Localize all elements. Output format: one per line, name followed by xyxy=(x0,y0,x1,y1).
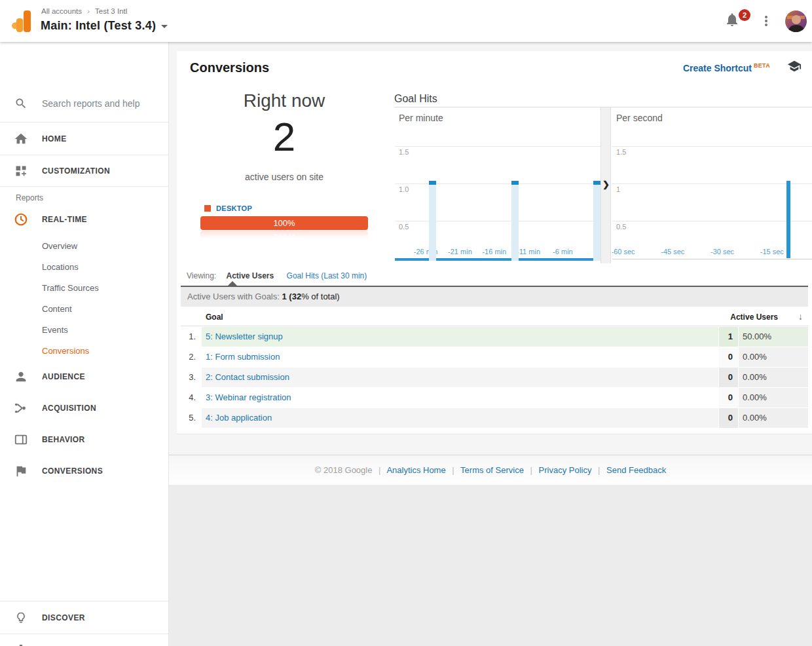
table-row[interactable]: 4. 3: Webinar registration 0 0.00% xyxy=(181,388,808,408)
chevron-right-icon[interactable]: ❯ xyxy=(602,180,610,189)
tab-active-users[interactable]: Active Users xyxy=(226,271,274,280)
search-input[interactable] xyxy=(42,98,153,109)
create-shortcut-button[interactable]: Create ShortcutBETA xyxy=(683,62,770,73)
active-users-cell: 0 xyxy=(718,388,738,408)
y-axis-tick: 0.5 xyxy=(616,223,626,231)
sidebar-item-label: ACQUISITION xyxy=(42,404,96,413)
goal-cell: 2: Contact submission xyxy=(202,368,718,387)
sidebar-item-real-time[interactable]: REAL-TIME xyxy=(0,212,169,227)
sidebar: HOME CUSTOMIZATION Reports REAL-TIME Ove… xyxy=(0,42,169,646)
table-row[interactable]: 3. 2: Contact submission 0 0.00% xyxy=(181,368,808,387)
sidebar-item-home[interactable]: HOME xyxy=(0,131,169,147)
sidebar-item-overview[interactable]: Overview xyxy=(42,241,77,251)
footer-separator: | xyxy=(530,465,532,475)
footer-link-privacy[interactable]: Privacy Policy xyxy=(539,465,592,475)
goal-cell: 5: Newsletter signup xyxy=(202,327,718,347)
gear-icon xyxy=(13,642,29,646)
column-header-goal[interactable]: Goal xyxy=(202,313,718,322)
sidebar-item-locations[interactable]: Locations xyxy=(42,262,79,272)
sidebar-item-audience[interactable]: AUDIENCE xyxy=(0,369,169,385)
clock-icon xyxy=(13,212,29,227)
reports-section-label: Reports xyxy=(16,193,43,202)
active-users-caption: active users on site xyxy=(200,172,368,182)
app-header: All accounts › Test 3 Intl Main: Intel (… xyxy=(0,0,812,42)
lower-background xyxy=(169,485,812,646)
notification-badge: 2 xyxy=(739,9,750,21)
per-second-chart: 1.510.5-60 sec-45 sec-30 sec-15 secPer s… xyxy=(612,107,812,263)
x-axis-tick: -15 sec xyxy=(760,248,784,256)
home-icon xyxy=(13,131,29,147)
desktop-legend-swatch xyxy=(204,205,211,212)
x-axis-tick: -11 min xyxy=(517,248,540,256)
row-index: 5. xyxy=(181,408,202,428)
page-footer: © 2018 Google | Analytics Home | Terms o… xyxy=(169,465,812,475)
footer-link-feedback[interactable]: Send Feedback xyxy=(606,465,666,475)
panel-footer-strip xyxy=(177,434,812,444)
sidebar-item-conversions-active[interactable]: Conversions xyxy=(42,346,89,356)
device-legend: DESKTOP xyxy=(200,202,368,211)
analytics-logo-icon[interactable] xyxy=(10,8,33,34)
behavior-icon xyxy=(13,432,29,447)
summary-label: Active Users with Goals: xyxy=(187,292,280,301)
divider xyxy=(0,122,169,123)
table-row[interactable]: 5. 4: Job application 0 0.00% xyxy=(181,408,808,428)
graduation-cap-icon[interactable] xyxy=(786,59,803,73)
search-icon xyxy=(13,96,29,111)
sidebar-item-discover[interactable]: DISCOVER xyxy=(0,610,169,626)
footer-link-analytics-home[interactable]: Analytics Home xyxy=(386,465,445,475)
footer-link-terms[interactable]: Terms of Service xyxy=(460,465,524,475)
x-axis-tick: -6 min xyxy=(553,248,573,256)
divider xyxy=(0,155,169,155)
page-title: Conversions xyxy=(190,60,269,75)
sidebar-item-conversions-section[interactable]: CONVERSIONS xyxy=(0,463,169,479)
sidebar-item-label: BEHAVIOR xyxy=(42,435,85,444)
percent-cell: 0.00% xyxy=(738,408,808,428)
beta-badge: BETA xyxy=(754,62,770,69)
goal-link[interactable]: 2: Contact submission xyxy=(206,372,289,382)
audience-person-icon xyxy=(13,369,29,385)
tab-goal-hits[interactable]: Goal Hits (Last 30 min) xyxy=(287,271,367,280)
goal-cell: 1: Form submission xyxy=(202,347,718,367)
kebab-menu-icon[interactable] xyxy=(761,14,771,28)
chart-scroll-strip[interactable]: ❯ xyxy=(600,107,611,263)
sidebar-item-events[interactable]: Events xyxy=(42,325,68,335)
acquisition-icon xyxy=(13,400,29,416)
copyright: © 2018 Google xyxy=(315,465,373,475)
percent-cell: 0.00% xyxy=(738,347,808,367)
breadcrumb-current[interactable]: Test 3 Intl xyxy=(95,7,127,15)
summary-bar: Active Users with Goals: 1 (32% of total… xyxy=(181,286,808,307)
active-users-cell: 0 xyxy=(718,408,738,428)
account-dropdown-caret-icon[interactable] xyxy=(161,25,168,28)
goal-link[interactable]: 5: Newsletter signup xyxy=(206,332,283,341)
goal-cell: 3: Webinar registration xyxy=(202,388,718,408)
active-users-count: 2 xyxy=(200,117,368,157)
summary-rest: % of total) xyxy=(301,292,340,301)
x-axis-tick: -16 min xyxy=(482,248,506,256)
table-row[interactable]: 1. 5: Newsletter signup 1 50.00% xyxy=(181,327,808,347)
breadcrumb-root[interactable]: All accounts xyxy=(41,7,82,15)
sort-arrow-icon[interactable]: ↓ xyxy=(798,311,803,322)
sidebar-item-content[interactable]: Content xyxy=(42,304,72,314)
sidebar-item-traffic-sources[interactable]: Traffic Sources xyxy=(42,283,99,293)
customization-icon xyxy=(13,163,29,179)
y-axis-tick: 0.5 xyxy=(399,223,409,231)
sidebar-item-customization[interactable]: CUSTOMIZATION xyxy=(0,163,169,179)
row-index: 2. xyxy=(181,347,202,367)
sidebar-search[interactable] xyxy=(0,96,169,111)
x-axis-tick: -21 min xyxy=(448,248,472,256)
per-minute-chart: 1.51.00.5-26 min-21 min-16 min-11 min-6 … xyxy=(395,107,600,263)
sidebar-item-admin[interactable]: ADMIN xyxy=(0,642,169,646)
goal-link[interactable]: 4: Job application xyxy=(206,413,272,423)
breadcrumb[interactable]: All accounts › Test 3 Intl xyxy=(41,7,127,15)
sidebar-item-behavior[interactable]: BEHAVIOR xyxy=(0,432,169,447)
goal-cell: 4: Job application xyxy=(202,408,718,428)
viewing-label: Viewing: xyxy=(187,271,216,280)
goal-link[interactable]: 1: Form submission xyxy=(206,352,280,362)
sidebar-item-acquisition[interactable]: ACQUISITION xyxy=(0,400,169,416)
account-title[interactable]: Main: Intel (Test 3.4) xyxy=(41,19,168,33)
table-row[interactable]: 2. 1: Form submission 0 0.00% xyxy=(181,347,808,367)
avatar[interactable] xyxy=(785,10,807,32)
notifications-button[interactable]: 2 xyxy=(724,12,747,31)
goal-link[interactable]: 3: Webinar registration xyxy=(206,392,291,402)
column-header-active-users[interactable]: Active Users xyxy=(718,313,808,322)
